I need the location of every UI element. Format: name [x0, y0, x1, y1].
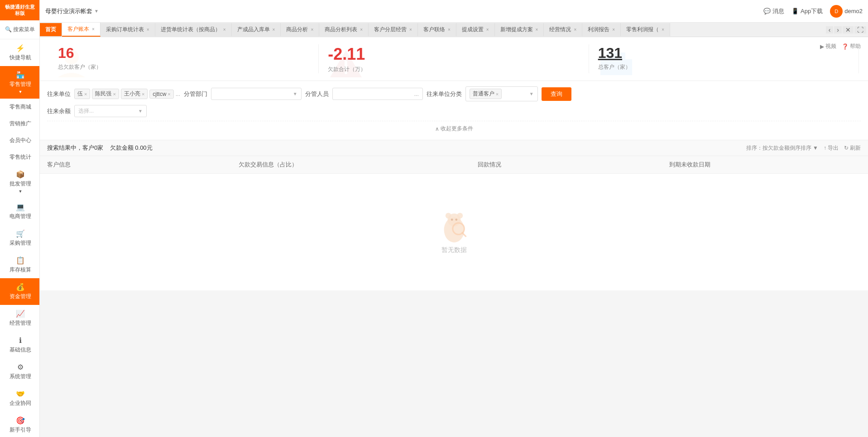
empty-state: 暂无数据 — [40, 174, 868, 290]
message-button[interactable]: 💬 消息 — [763, 7, 784, 15]
filter-row-2: 往来余额 选择... ▼ — [47, 105, 861, 117]
export-button[interactable]: ↑ 导出 — [824, 144, 839, 152]
sidebar-item-retail-stats[interactable]: 零售统计 — [0, 149, 39, 166]
filter-classify-tag: 普通客户 × — [470, 89, 502, 99]
tab-customer-ledger[interactable]: 客户账本 × — [62, 23, 101, 37]
tab-business-status[interactable]: 经营情况 × — [544, 23, 582, 36]
topbar-selector[interactable]: 母婴行业演示帐套 ▼ — [45, 7, 99, 15]
tab-prev-button[interactable]: ‹ — [826, 26, 834, 33]
filter-tag-close-0[interactable]: × — [84, 91, 87, 97]
tab-close-icon[interactable]: × — [536, 27, 538, 32]
tab-purchase-order-stats[interactable]: 采购订单统计表 × — [101, 23, 155, 36]
tab-product-analysis[interactable]: 商品分析 × — [281, 23, 319, 36]
filter-balance-select[interactable]: 选择... ▼ — [74, 105, 147, 117]
filter-tag-close-1[interactable]: × — [113, 91, 115, 97]
sort-arrow-icon: ▼ — [813, 145, 818, 151]
sidebar-item-ecommerce[interactable]: 💻 电商管理 — [0, 198, 39, 225]
filter-classify-select[interactable]: 普通客户 × ▼ — [465, 86, 538, 101]
refresh-button[interactable]: ↻ 刷新 — [844, 144, 861, 152]
filter-person-select[interactable]: ... — [332, 88, 423, 100]
tab-retail-profit[interactable]: 零售利润报（ × — [621, 23, 670, 36]
sidebar-item-purchase[interactable]: 🛒 采购管理 — [0, 225, 39, 252]
sidebar-item-cooperation[interactable]: 🤝 企业协同 — [0, 385, 39, 412]
svg-point-10 — [457, 213, 463, 219]
tab-close-icon[interactable]: × — [662, 27, 664, 32]
empty-text: 暂无数据 — [441, 246, 467, 254]
quick-nav-icon: ⚡ — [16, 44, 25, 52]
sidebar-item-finance[interactable]: 💰 资金管理 — [0, 278, 39, 305]
tab-close-all-button[interactable]: ✕ — [843, 26, 854, 33]
sidebar-item-operations[interactable]: 📈 经营管理 — [0, 305, 39, 332]
user-profile[interactable]: D demo2 — [830, 5, 863, 18]
chevron-up-icon: ∧ — [435, 126, 439, 132]
tab-next-button[interactable]: › — [834, 26, 842, 33]
inventory-icon: 📋 — [16, 256, 25, 265]
tab-close-icon[interactable]: × — [486, 27, 489, 32]
tab-commission-settings[interactable]: 提成设置 × — [456, 23, 495, 36]
filter-label-unit: 往来单位 — [47, 90, 71, 98]
tab-close-icon[interactable]: × — [448, 27, 451, 32]
sort-select[interactable]: 排序：按欠款金额倒序排序 ▼ — [746, 144, 818, 152]
stat-label-debt: 欠款合计（万） — [328, 66, 366, 73]
tab-customer-tier[interactable]: 客户分层经营 × — [369, 23, 418, 36]
tab-close-icon[interactable]: × — [360, 27, 363, 32]
phone-icon: 📱 — [791, 8, 799, 14]
balance-select-arrow: ▼ — [138, 109, 143, 114]
stat-value-all-customers: 131 — [598, 44, 622, 62]
tab-close-icon[interactable]: × — [311, 27, 313, 32]
sidebar-item-guide[interactable]: 🎯 新手引导 — [0, 412, 39, 437]
sidebar-item-basic-info[interactable]: ℹ 基础信息 — [0, 332, 39, 358]
tab-close-icon[interactable]: × — [612, 27, 615, 32]
sidebar-item-inventory[interactable]: 📋 库存核算 — [0, 252, 39, 278]
app-download-button[interactable]: 📱 App下载 — [791, 7, 823, 15]
finance-icon: 💰 — [16, 283, 25, 291]
tab-production-inbound[interactable]: 产成品入库单 × — [232, 23, 281, 36]
tab-product-analysis-list[interactable]: 商品分析列表 × — [319, 23, 369, 36]
filter-tag-close-2[interactable]: × — [142, 91, 144, 97]
sidebar-item-system[interactable]: ⚙ 系统管理 — [0, 358, 39, 385]
help-button[interactable]: ❓ 帮助 — [842, 43, 861, 50]
sidebar-item-member-center[interactable]: 会员中心 — [0, 132, 39, 149]
svg-point-13 — [451, 218, 453, 221]
export-icon: ↑ — [824, 145, 826, 151]
filter-area: 往来单位 伍 × 陈民强 × 王小亮 × cjttcw — [40, 81, 868, 140]
tab-close-icon[interactable]: × — [273, 27, 275, 32]
video-button[interactable]: ▶ 视频 — [820, 43, 836, 50]
sidebar-item-wholesale[interactable]: 📦 批发管理 ▼ — [0, 166, 39, 198]
person-dots-button[interactable]: ... — [414, 91, 419, 97]
sidebar-item-retail-mgmt[interactable]: 🏪 零售管理 ▼ — [0, 66, 39, 99]
sidebar-item-quick-nav[interactable]: ⚡ 快捷导航 — [0, 39, 39, 66]
collapse-button[interactable]: ∧ 收起更多条件 — [430, 123, 479, 134]
result-info: 搜索结果中，客户0家 欠款金额 0.00元 — [47, 144, 153, 152]
filter-tag-unit-2: 王小亮 × — [121, 89, 148, 99]
query-button[interactable]: 查询 — [542, 87, 571, 101]
filter-dept-select[interactable]: ▼ — [211, 88, 302, 100]
stats-bar: 16 总欠款客户（家） -2.11 欠款合计（万） — [40, 37, 868, 81]
classify-select-arrow: ▼ — [529, 91, 534, 96]
classify-tag-close[interactable]: × — [496, 91, 499, 97]
avatar: D — [830, 5, 843, 18]
sidebar-item-retail-mall[interactable]: 零售商城 — [0, 99, 39, 115]
logo-text: 畅捷通好生意 标版 — [5, 4, 35, 17]
empty-icon — [436, 210, 472, 246]
tab-fullscreen-button[interactable]: ⛶ — [854, 26, 866, 33]
tab-profit-report[interactable]: 利润报告 × — [582, 23, 621, 36]
search-menu-button[interactable]: 🔍 搜索菜单 — [3, 24, 37, 35]
tab-customer-contact[interactable]: 客户联络 × — [418, 23, 456, 36]
tab-close-icon[interactable]: × — [147, 27, 149, 32]
tab-new-commission[interactable]: 新增提成方案 × — [495, 23, 544, 36]
filter-tag-close-3[interactable]: × — [168, 91, 170, 97]
filter-label-person: 分管人员 — [305, 90, 329, 98]
tab-close-icon[interactable]: × — [409, 27, 412, 32]
tab-inbound-stats[interactable]: 进货单统计表（按商品） × — [155, 23, 232, 36]
filter-more-button[interactable]: ... — [176, 91, 180, 97]
stat-total-debt: -2.11 欠款合计（万） — [319, 44, 589, 73]
svg-point-14 — [455, 218, 457, 221]
result-actions: 排序：按欠款金额倒序排序 ▼ ↑ 导出 ↻ 刷新 — [746, 144, 861, 152]
tab-close-icon[interactable]: × — [223, 27, 226, 32]
sidebar-item-marketing[interactable]: 营销推广 — [0, 115, 39, 132]
tab-close-icon[interactable]: × — [92, 27, 95, 32]
tab-close-icon[interactable]: × — [574, 27, 576, 32]
stat-total-customers: 16 总欠款客户（家） — [49, 44, 319, 73]
tab-home[interactable]: 首页 — [40, 23, 62, 36]
